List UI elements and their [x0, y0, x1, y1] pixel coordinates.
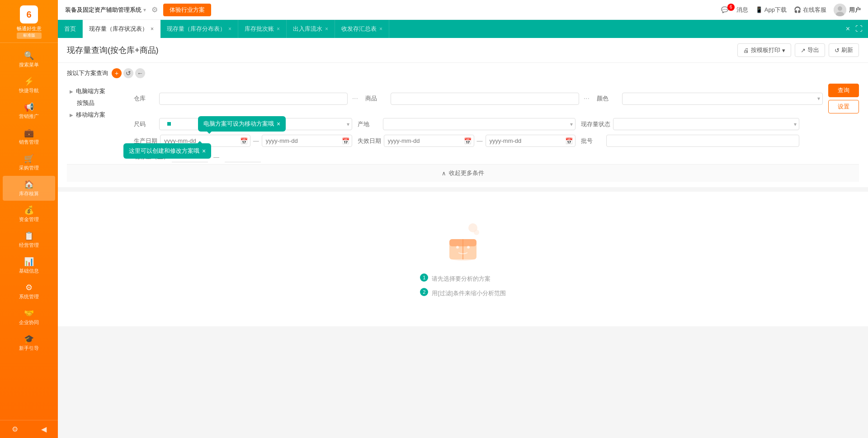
message-label: 消息: [736, 6, 748, 14]
tab-batch-ledger-close[interactable]: ×: [277, 26, 280, 32]
tab-home-label: 首页: [64, 25, 76, 33]
chevron-down-icon: ▾: [143, 7, 146, 13]
sidebar-item-finance[interactable]: 💰 资金管理: [3, 202, 55, 226]
tab-recv-summary[interactable]: 收发存汇总表 ×: [335, 20, 389, 38]
tab-inventory-dist[interactable]: 现存量（库存分布表） ×: [160, 20, 238, 38]
topbar-gear-icon[interactable]: ⚙: [151, 5, 158, 14]
expire-date-to[interactable]: [486, 135, 576, 147]
filter-area: 按以下方案查询 + ↺ ← ▶ 电脑端方案: [58, 63, 868, 187]
svg-point-1: [838, 6, 842, 11]
empty-step-2: 2 用[过滤]条件来缩小分析范围: [420, 287, 505, 299]
sales-icon: 💼: [24, 128, 34, 138]
sidebar-logo: 6 畅通好生意 标准版: [0, 0, 58, 43]
printer-icon: 🖨: [743, 47, 749, 54]
back-scheme-btn[interactable]: ←: [135, 68, 145, 78]
tab-inventory-status-label: 现存量（库存状况表）: [89, 25, 148, 33]
expire-date-from[interactable]: [384, 135, 474, 147]
reset-btn[interactable]: 设置: [828, 100, 859, 113]
tab-batch-ledger[interactable]: 库存批次账 ×: [238, 20, 287, 38]
sidebar-item-quicknav[interactable]: ⚡ 快捷导航: [3, 73, 55, 98]
color-label: 颜色: [597, 94, 619, 103]
warehouse-input[interactable]: [159, 93, 348, 105]
export-btn[interactable]: ↗ 导出: [795, 43, 825, 57]
tab-in-out-flow-close[interactable]: ×: [325, 26, 328, 32]
main-area: 装备及固定资产辅助管理系统 ▾ ⚙ 体验行业方案 💬 6 消息 📱 App下载 …: [58, 0, 868, 438]
tab-home[interactable]: 首页: [58, 20, 83, 38]
svg-point-10: [467, 246, 470, 249]
topbar-user[interactable]: 用户: [834, 4, 861, 16]
batch-no-input[interactable]: [606, 135, 799, 147]
inv-status-label: 现存量状态: [581, 120, 610, 128]
goods-dots[interactable]: ···: [582, 94, 591, 103]
add-icon: +: [115, 70, 118, 77]
guide-icon: 🎓: [24, 334, 34, 344]
tooltip-scheme: 电脑方案可设为移动方案哦 ×: [198, 116, 286, 132]
inv-status-field: 现存量状态: [581, 118, 799, 130]
query-reset-btns: 查询 设置: [828, 84, 859, 113]
app-name: 畅通好生意 标准版: [17, 25, 42, 39]
scheme-pc[interactable]: ▶ 电脑端方案: [67, 85, 126, 97]
refresh-scheme-btn[interactable]: ↺: [123, 68, 133, 78]
empty-step-1: 1 请先选择要分析的方案: [420, 273, 505, 285]
sidebar-menu: 🔍 搜索菜单 ⚡ 快捷导航 📢 营销推广 💼 销售管理 🛒 采购管理 🏠 库存核…: [0, 43, 58, 420]
tab-inventory-dist-label: 现存量（库存分布表）: [167, 25, 226, 33]
tooltip-create-close[interactable]: ×: [202, 147, 206, 155]
scheme-pc-sub[interactable]: 按预品: [74, 97, 126, 109]
trial-btn[interactable]: 体验行业方案: [163, 4, 211, 16]
chevron-up-icon: ∧: [442, 170, 446, 177]
sidebar-item-guide[interactable]: 🎓 新手引导: [3, 330, 55, 355]
warehouse-label: 仓库: [134, 94, 156, 103]
color-field: 颜色: [597, 93, 823, 105]
expand-tab-icon[interactable]: ⛶: [854, 23, 864, 35]
collapse-filter-btn[interactable]: ∧ 收起更多条件: [67, 164, 859, 182]
filter-header: 按以下方案查询 + ↺ ←: [67, 68, 859, 78]
scheme-mobile[interactable]: ▶ 移动端方案: [67, 109, 126, 121]
origin-select[interactable]: [383, 118, 576, 130]
expire-date-from-wrap: 📅: [384, 135, 474, 147]
topbar-message[interactable]: 💬 6 消息: [721, 6, 748, 14]
sidebar-item-sales[interactable]: 💼 销售管理: [3, 124, 55, 149]
logo-text: 6: [26, 9, 31, 20]
operations-icon: 📋: [24, 231, 34, 241]
goods-input[interactable]: [391, 93, 579, 105]
collapse-sidebar-icon[interactable]: ◀: [41, 425, 47, 433]
tab-recv-summary-close[interactable]: ×: [379, 26, 382, 32]
sidebar-item-operations[interactable]: 📋 经营管理: [3, 227, 55, 252]
print-dropdown-icon: ▾: [782, 47, 785, 54]
refresh-icon: ↺: [835, 47, 840, 54]
inv-qty-to[interactable]: [225, 151, 261, 162]
add-scheme-btn[interactable]: +: [112, 68, 122, 78]
tab-in-out-flow[interactable]: 出入库流水 ×: [287, 20, 335, 38]
goods-label: 商品: [365, 94, 388, 103]
query-btn[interactable]: 查询: [828, 84, 859, 97]
date-range-sep-2: —: [477, 137, 483, 144]
tooltip-scheme-close[interactable]: ×: [277, 120, 280, 127]
message-badge: 6: [727, 4, 735, 11]
tab-inventory-status[interactable]: 现存量（库存状况表） ×: [83, 20, 160, 38]
marketing-icon: 📢: [24, 102, 34, 112]
sidebar-item-system[interactable]: ⚙ 系统管理: [3, 279, 55, 304]
warehouse-dots[interactable]: ···: [350, 94, 360, 103]
prod-date-to[interactable]: [262, 135, 352, 147]
color-select[interactable]: [622, 93, 823, 105]
settings-icon[interactable]: ⚙: [12, 425, 18, 433]
close-all-tabs-icon[interactable]: ×: [844, 23, 852, 35]
inv-status-select[interactable]: [613, 118, 799, 130]
collapse-label: 收起更多条件: [449, 169, 484, 177]
sidebar-item-system-label: 系统管理: [19, 293, 39, 300]
sidebar-item-marketing[interactable]: 📢 营销推广: [3, 99, 55, 123]
sidebar-item-search[interactable]: 🔍 搜索菜单: [3, 47, 55, 72]
refresh-btn[interactable]: ↺ 刷新: [829, 43, 859, 57]
sidebar-item-purchase[interactable]: 🛒 采购管理: [3, 150, 55, 175]
tab-inventory-dist-close[interactable]: ×: [228, 26, 231, 32]
tab-batch-ledger-label: 库存批次账: [245, 25, 274, 33]
scheme-panel: ▶ 电脑端方案 按预品 ▶ 移动端方案: [67, 85, 126, 121]
template-print-btn[interactable]: 🖨 按模板打印 ▾: [737, 43, 791, 57]
sidebar-item-enterprise[interactable]: 🤝 企业协同: [3, 305, 55, 330]
tab-inventory-status-close[interactable]: ×: [151, 26, 154, 32]
system-selector[interactable]: 装备及固定资产辅助管理系统 ▾: [65, 6, 146, 14]
sidebar-item-baseinfo[interactable]: 📊 基础信息: [3, 253, 55, 278]
sidebar-item-inventory[interactable]: 🏠 库存核算: [3, 176, 55, 201]
topbar-app-download[interactable]: 📱 App下载: [755, 6, 787, 14]
topbar-online-support[interactable]: 🎧 在线客服: [794, 6, 826, 14]
